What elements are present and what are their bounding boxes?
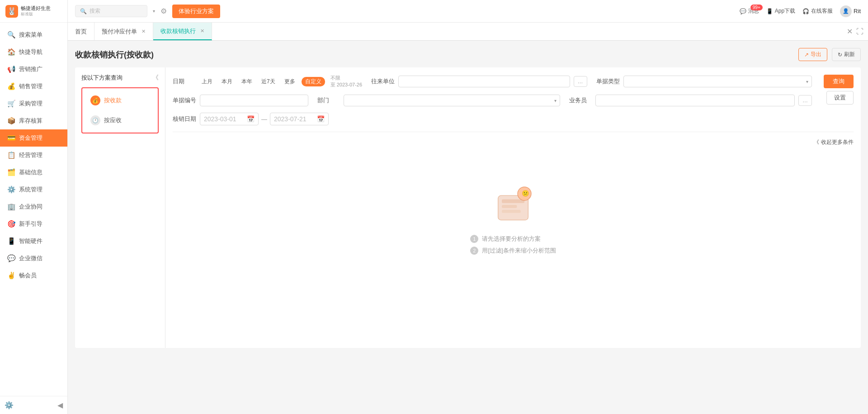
date-separator: — [261, 116, 267, 123]
service-icon: 🎧 [802, 8, 809, 14]
staff-ellipsis-button[interactable]: … [798, 95, 812, 106]
topbar-search-box[interactable]: 🔍 搜索 [75, 5, 147, 17]
settings-button[interactable]: 设置 [826, 91, 854, 105]
query-button[interactable]: 查询 [824, 75, 854, 88]
tab-receipt-close-icon[interactable]: ✕ [200, 28, 204, 34]
search-icon: 🔍 [7, 31, 15, 39]
writeoff-date-start[interactable]: 2023-03-01 📅 [200, 113, 259, 125]
date-btn-7days[interactable]: 近7天 [259, 77, 278, 86]
main-panel: 日期 上月 本月 本年 近7天 更多 自定义 [165, 67, 861, 348]
filter-collapse-button[interactable]: 《 [152, 74, 159, 82]
sidebar-item-finance[interactable]: 💳 资金管理 [0, 129, 67, 147]
query-actions: 查询 设置 [819, 75, 854, 105]
date-field: 日期 上月 本月 本年 近7天 更多 自定义 [173, 75, 362, 88]
tab-home[interactable]: 首页 [68, 23, 94, 40]
refresh-button[interactable]: ↻ 刷新 [832, 48, 861, 61]
industry-button[interactable]: 体验行业方案 [172, 5, 220, 18]
by-receipt-label: 按收款 [104, 96, 122, 105]
dept-select-wrapper: ▾ [344, 95, 560, 106]
system-icon: ⚙️ [7, 186, 15, 194]
counterpart-input[interactable] [398, 76, 570, 87]
page-title: 收款核销执行(按收款) [75, 49, 154, 60]
sidebar-collapse-button[interactable]: ◀ [57, 401, 63, 409]
export-label: 导出 [811, 51, 821, 58]
sidebar-item-sales[interactable]: 💰 销售管理 [0, 78, 67, 95]
sidebar-menu: 🔍 搜索菜单 🏠 快捷导航 📢 营销推广 💰 销售管理 🛒 采购管理 📦 库存核… [0, 23, 67, 396]
sidebar: 🐰 畅捷通好生意 标准版 🔍 搜索菜单 🏠 快捷导航 📢 营销推广 💰 销售管理… [0, 0, 68, 414]
counterpart-field: 往来单位 … [371, 76, 587, 87]
tab-receipt-writeoff[interactable]: 收款核销执行 ✕ [153, 23, 212, 40]
sidebar-item-marketing[interactable]: 📢 营销推广 [0, 61, 67, 78]
dept-select[interactable] [344, 95, 560, 106]
collapse-more-btn[interactable]: 《 收起更多条件 [814, 136, 854, 149]
sidebar-item-search[interactable]: 🔍 搜索菜单 [0, 26, 67, 43]
sidebar-item-purchase[interactable]: 🛒 采购管理 [0, 95, 67, 112]
logo-icon: 🐰 [5, 5, 18, 18]
date-btn-more[interactable]: 更多 [282, 77, 298, 86]
sidebar-label-purchase: 采购管理 [19, 100, 42, 108]
tabbar: 首页 预付冲应付单 ✕ 收款核销执行 ✕ ✕ ⛶ [68, 23, 868, 41]
logo-area: 🐰 畅捷通好生意 标准版 [0, 0, 67, 23]
date-btn-this-year[interactable]: 本年 [239, 77, 255, 86]
doc-type-select-wrapper: ▾ [623, 76, 812, 87]
date-btn-custom[interactable]: 自定义 [302, 77, 325, 86]
export-button[interactable]: ↗ 导出 [798, 48, 827, 61]
logo-text-area: 畅捷通好生意 标准版 [21, 5, 51, 17]
dept-field: 部门 ▾ [317, 95, 560, 106]
writeoff-date-label: 核销日期 [173, 115, 196, 123]
sidebar-label-system: 系统管理 [19, 186, 42, 194]
sidebar-label-search: 搜索菜单 [19, 31, 42, 39]
sidebar-item-basic[interactable]: 🗂️ 基础信息 [0, 164, 67, 181]
sidebar-item-guide[interactable]: 🎯 新手引导 [0, 215, 67, 233]
writeoff-date-end[interactable]: 2023-07-21 📅 [270, 113, 329, 125]
sidebar-item-quick-nav[interactable]: 🏠 快捷导航 [0, 43, 67, 61]
doc-num-field: 单据编号 [173, 95, 308, 106]
tab-maximize-button[interactable]: ⛶ [856, 28, 863, 36]
sidebar-item-business[interactable]: 📋 经营管理 [0, 147, 67, 164]
staff-input[interactable] [595, 95, 795, 106]
sidebar-label-finance: 资金管理 [19, 134, 42, 142]
sidebar-label-wechat: 企业微信 [19, 254, 42, 262]
tab-prepay[interactable]: 预付冲应付单 ✕ [94, 23, 153, 40]
corp-icon: 🏢 [7, 203, 15, 211]
topbar-app-download[interactable]: 📱 App下载 [766, 7, 795, 15]
sidebar-label-basic: 基础信息 [19, 168, 42, 176]
sidebar-label-member: 畅会员 [19, 271, 37, 280]
sidebar-item-hardware[interactable]: 📱 智能硬件 [0, 233, 67, 250]
tab-close-all-button[interactable]: ✕ [847, 27, 853, 36]
sidebar-item-member[interactable]: ✌️ 畅会员 [0, 267, 67, 284]
empty-tips: 1 请先选择要分析的方案 2 用[过滤]条件来缩小分析范围 [470, 235, 556, 255]
tab-prepay-close-icon[interactable]: ✕ [142, 29, 146, 34]
filter-option-by-receivable[interactable]: 🕐 按应收 [86, 112, 154, 129]
svg-rect-3 [502, 210, 521, 213]
sidebar-label-marketing: 营销推广 [19, 65, 42, 73]
sidebar-item-wechat[interactable]: 💬 企业微信 [0, 250, 67, 267]
hardware-icon: 📱 [7, 237, 15, 245]
date-btn-this-month[interactable]: 本月 [219, 77, 235, 86]
dept-label: 部门 [317, 96, 340, 105]
date-label: 日期 [173, 77, 195, 86]
tab-home-label: 首页 [75, 28, 87, 36]
member-icon: ✌️ [7, 271, 15, 280]
filter-option-by-receipt[interactable]: 💰 按收款 [86, 92, 154, 109]
topbar-gear-icon[interactable]: ⚙ [160, 7, 167, 15]
user-avatar: 👤 [840, 5, 852, 17]
doc-num-input[interactable] [200, 95, 308, 106]
message-badge: 99+ [750, 5, 763, 10]
svg-rect-2 [502, 205, 517, 208]
topbar-online-service[interactable]: 🎧 在线客服 [802, 7, 833, 15]
topbar-message[interactable]: 💬 消息 99+ [740, 7, 759, 15]
counterpart-ellipsis-button[interactable]: … [574, 76, 587, 87]
tabbar-actions: ✕ ⛶ [847, 23, 868, 40]
sidebar-settings-button[interactable]: ⚙️ [5, 401, 14, 409]
doc-type-select[interactable] [623, 76, 812, 87]
page-content: 收款核销执行(按收款) ↗ 导出 ↻ 刷新 按以下方案查询 《 [68, 41, 868, 414]
sidebar-item-inventory[interactable]: 📦 库存核算 [0, 112, 67, 129]
staff-field: 业务员 … [569, 95, 812, 106]
topbar-user[interactable]: 👤 Rit [840, 5, 861, 17]
sidebar-item-system[interactable]: ⚙️ 系统管理 [0, 181, 67, 198]
tip-num-1: 1 [470, 235, 478, 243]
topbar-left: 🔍 搜索 ▾ ⚙ 体验行业方案 [75, 5, 220, 18]
date-btn-last-month[interactable]: 上月 [199, 77, 215, 86]
sidebar-item-corp[interactable]: 🏢 企业协同 [0, 198, 67, 215]
